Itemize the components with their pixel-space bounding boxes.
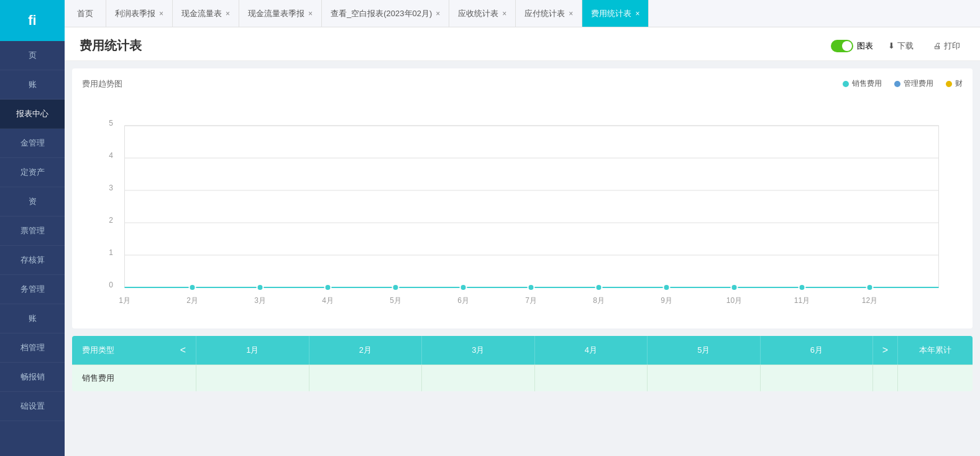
tab-cashflow-q[interactable]: 现金流量表季报 × xyxy=(239,0,322,27)
tab-close-profit[interactable]: × xyxy=(159,9,163,18)
svg-point-17 xyxy=(460,284,467,291)
svg-text:11月: 11月 xyxy=(794,296,810,305)
svg-text:9月: 9月 xyxy=(661,296,672,305)
col-month-5: 5月 xyxy=(648,336,761,365)
page-title: 费用统计表 xyxy=(80,37,142,54)
svg-point-21 xyxy=(731,284,738,291)
tab-close-expense[interactable]: × xyxy=(635,9,639,18)
toggle-label: 图表 xyxy=(857,40,873,52)
tab-close-receivable[interactable]: × xyxy=(502,9,506,18)
tab-close-cashflow-q[interactable]: × xyxy=(308,9,313,18)
chart-legend: 销售费用 管理费用 财 xyxy=(843,78,963,89)
tab-home[interactable]: 首页 xyxy=(65,0,106,27)
sidebar-item-home[interactable]: 页 xyxy=(0,41,65,70)
svg-text:5月: 5月 xyxy=(390,296,401,305)
chart-section: 费用趋势图 销售费用 管理费用 财 xyxy=(72,68,973,328)
sidebar-item-report[interactable]: 报表中心 xyxy=(0,100,65,129)
tab-cashflow[interactable]: 现金流量表 × xyxy=(173,0,239,27)
sidebar-item-payable[interactable]: 账 xyxy=(0,304,65,333)
svg-text:1月: 1月 xyxy=(119,296,131,305)
svg-point-14 xyxy=(257,284,263,291)
row-val-4 xyxy=(535,365,648,391)
print-icon: 🖨 xyxy=(933,41,941,50)
svg-point-19 xyxy=(596,284,602,291)
sidebar-item-service[interactable]: 务管理 xyxy=(0,275,65,304)
nav-next-btn[interactable]: > xyxy=(882,345,888,356)
table-row: 销售费用 xyxy=(72,365,973,391)
chart-toggle[interactable]: 图表 xyxy=(831,40,873,52)
nav-prev-btn[interactable]: < xyxy=(180,345,186,356)
tab-close-payable-stat[interactable]: × xyxy=(569,9,573,18)
col-month-2: 2月 xyxy=(309,336,423,365)
col-type: 费用类型 < xyxy=(72,336,196,365)
svg-text:6月: 6月 xyxy=(457,296,469,305)
sidebar-item-settings[interactable]: 础设置 xyxy=(0,392,65,421)
row-val-3 xyxy=(422,365,535,391)
svg-text:7月: 7月 xyxy=(525,296,537,305)
col-month-4: 4月 xyxy=(535,336,648,365)
svg-text:2月: 2月 xyxy=(186,296,198,305)
svg-rect-12 xyxy=(125,126,939,287)
header-actions: 图表 ⬇ 下载 🖨 打印 xyxy=(831,38,965,54)
svg-text:8月: 8月 xyxy=(593,296,605,305)
row-val-6 xyxy=(761,365,874,391)
table-header: 费用类型 < 1月 2月 3月 4月 5月 6月 > 本年累计 xyxy=(72,336,973,365)
download-icon: ⬇ xyxy=(888,41,895,50)
tab-expense[interactable]: 费用统计表 × xyxy=(582,0,649,27)
legend-finance: 财 xyxy=(946,78,963,89)
svg-text:1: 1 xyxy=(109,248,113,257)
tab-receivable[interactable]: 应收统计表 × xyxy=(449,0,516,27)
download-button[interactable]: ⬇ 下载 xyxy=(883,38,918,54)
chart-title: 费用趋势图 xyxy=(82,78,122,90)
chart-wrapper: 0 1 2 3 4 5 xyxy=(82,95,963,319)
legend-dot-admin xyxy=(894,81,900,87)
sidebar-item-archive[interactable]: 档管理 xyxy=(0,333,65,363)
tab-profit[interactable]: 利润表季报 × xyxy=(106,0,173,27)
col-month-6: 6月 xyxy=(761,336,874,365)
sidebar-item-refund[interactable]: 畅报销 xyxy=(0,363,65,392)
svg-point-23 xyxy=(867,284,873,291)
svg-text:3月: 3月 xyxy=(254,296,266,305)
tab-close-blank-report[interactable]: × xyxy=(436,9,440,18)
svg-point-15 xyxy=(325,284,331,291)
page-header: 费用统计表 图表 ⬇ 下载 🖨 打印 xyxy=(65,27,980,61)
toggle-thumb xyxy=(842,41,852,51)
row-val-5 xyxy=(648,365,761,391)
svg-point-16 xyxy=(393,284,399,291)
sidebar-item-invest[interactable]: 资 xyxy=(0,187,65,216)
toggle-track[interactable] xyxy=(831,40,853,52)
legend-admin: 管理费用 xyxy=(894,78,933,89)
svg-text:4: 4 xyxy=(109,151,113,160)
svg-text:10月: 10月 xyxy=(726,296,742,305)
tab-payable-stat[interactable]: 应付统计表 × xyxy=(516,0,582,27)
col-month-1: 1月 xyxy=(196,336,309,365)
sidebar-item-inventory[interactable]: 存核算 xyxy=(0,246,65,275)
chart-svg: 0 1 2 3 4 5 xyxy=(82,95,963,319)
tab-bar: 首页 利润表季报 × 现金流量表 × 现金流量表季报 × 查看_空白报表(202… xyxy=(65,0,980,27)
svg-text:0: 0 xyxy=(109,281,113,289)
main-area: 首页 利润表季报 × 现金流量表 × 现金流量表季报 × 查看_空白报表(202… xyxy=(65,0,980,456)
table-section: 费用类型 < 1月 2月 3月 4月 5月 6月 > 本年累计 销售费用 xyxy=(72,336,973,391)
row-val-1 xyxy=(196,365,309,391)
row-val-2 xyxy=(309,365,423,391)
svg-point-13 xyxy=(190,284,196,291)
sidebar-item-fund[interactable]: 金管理 xyxy=(0,129,65,158)
svg-text:3: 3 xyxy=(109,184,113,192)
sidebar-item-ticket[interactable]: 票管理 xyxy=(0,216,65,246)
tab-close-cashflow[interactable]: × xyxy=(226,9,230,18)
svg-point-20 xyxy=(664,284,670,291)
sidebar-item-assets[interactable]: 定资产 xyxy=(0,158,65,187)
tab-blank-report[interactable]: 查看_空白报表(2023年02月) × xyxy=(322,0,449,27)
content-area: 费用统计表 图表 ⬇ 下载 🖨 打印 xyxy=(65,27,980,456)
svg-text:12月: 12月 xyxy=(862,296,877,305)
sidebar: fi 页 账 报表中心 金管理 定资产 资 票管理 存核算 务管理 账 档管理 … xyxy=(0,0,65,456)
print-button[interactable]: 🖨 打印 xyxy=(928,38,965,54)
legend-sales: 销售费用 xyxy=(843,78,882,89)
col-month-3: 3月 xyxy=(422,336,535,365)
row-total xyxy=(898,365,973,391)
svg-text:5: 5 xyxy=(109,119,113,128)
col-total: 本年累计 xyxy=(898,336,973,365)
sidebar-logo: fi xyxy=(0,0,65,41)
svg-point-18 xyxy=(528,284,534,291)
sidebar-item-account[interactable]: 账 xyxy=(0,70,65,100)
